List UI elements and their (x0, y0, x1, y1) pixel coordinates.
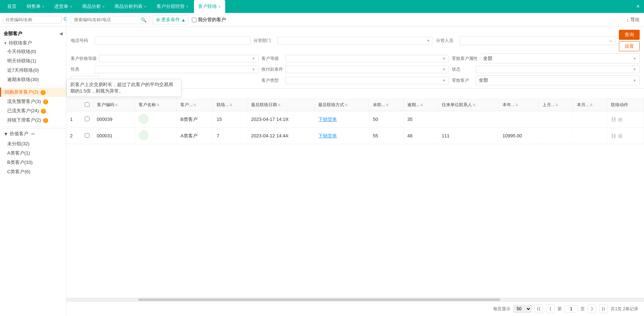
filter-more-button[interactable]: ⚙ 更多条件 ▲ (153, 15, 189, 24)
next-page-button[interactable]: ⟩ (588, 305, 596, 313)
sidebar-item-b-class[interactable]: B类客户(33) (0, 158, 66, 167)
filter-retail-attr-select[interactable]: 全部 ▼ (480, 53, 640, 63)
col-last-method[interactable]: 最后联络方式⇅ (315, 99, 369, 111)
filter-price-select[interactable]: ▼ (99, 55, 259, 62)
col-this-year[interactable]: 本年...⇅ (499, 99, 539, 111)
table-scroll[interactable]: 客户编码⇅ 客户名称⇅ 客户...⇅ 联络...⇅ 最后联络日期⇅ 最后联络方式… (66, 99, 644, 298)
row-name (135, 111, 176, 128)
row-last-method[interactable]: 下销货单 (315, 111, 369, 128)
last-page-button[interactable]: ⟩⟩ (599, 305, 608, 313)
col-no (66, 99, 81, 111)
row-check[interactable] (85, 117, 89, 121)
page-size-select[interactable]: 50 20 100 (513, 305, 532, 313)
col-code[interactable]: 客户编码⇅ (93, 99, 135, 111)
filter-payment-select[interactable]: ▼ (285, 66, 449, 73)
edit-icon[interactable]: ✏ (31, 131, 35, 137)
nav-tab-analysis-list[interactable]: 商品分析列表 × (110, 0, 150, 13)
col-last-date[interactable]: 最后联络日期⇅ (247, 99, 315, 111)
nav-tab-contact-label: 客户联络 (198, 3, 217, 10)
sidebar-item-a-class[interactable]: A类客户(1) (0, 148, 66, 158)
customers-table: 客户编码⇅ 客户名称⇅ 客户...⇅ 联络...⇅ 最后联络日期⇅ 最后联络方式… (66, 99, 644, 144)
close-all-button[interactable]: × (636, 3, 640, 10)
sidebar-item-ungrouped[interactable]: 未分组(32) (0, 139, 66, 148)
my-customers-check[interactable] (192, 18, 196, 22)
nav-tab-purchase-close[interactable]: × (70, 4, 72, 9)
sidebar-item-overdue[interactable]: 逾期未联络(30) (0, 75, 66, 84)
row-last-date: 2023-04-12 14:44: (247, 128, 315, 144)
page-label: 第 (557, 306, 562, 312)
filter-search-input[interactable] (74, 17, 139, 22)
nav-tab-analysis[interactable]: 商品分析 × (78, 0, 109, 13)
warning-icon-lost: ! (41, 109, 46, 114)
row-checkbox[interactable] (81, 128, 93, 144)
sidebar-item-declining[interactable]: 持续下滑客户(2) ! (0, 115, 66, 125)
page-number-input[interactable] (565, 305, 578, 312)
sidebar-divider2 (0, 126, 66, 127)
col-overdue[interactable]: 逾期...⇅ (403, 99, 438, 111)
row-last-month (538, 111, 573, 128)
sidebar-item-today[interactable]: 今天待联络(0) (0, 47, 66, 56)
filter-payment-label: 收付款条件 (261, 66, 283, 72)
sidebar-item-7days[interactable]: 近7天待联络(0) (0, 66, 66, 75)
nav-tab-analysis-label: 商品分析 (82, 3, 101, 10)
nav-tab-contact-close[interactable]: × (218, 4, 221, 9)
nav-tab-crm-close[interactable]: × (186, 4, 188, 9)
query-button[interactable]: 查询 (619, 30, 640, 40)
nav-tab-crm[interactable]: 客户分层经营 × (152, 0, 193, 13)
select-all-checkbox[interactable] (85, 102, 89, 107)
row-no: 2 (66, 128, 81, 144)
last-method-link[interactable]: 下销货单 (318, 133, 337, 138)
link-icon[interactable]: ⛓ (611, 133, 616, 139)
filter-cust-select[interactable]: ▼ (285, 55, 449, 62)
row-checkbox[interactable] (81, 111, 93, 128)
first-page-button[interactable]: ⟨⟨ (534, 305, 543, 313)
sidebar-search-input[interactable] (3, 16, 62, 24)
nav-tab-home[interactable]: 首页 (3, 0, 21, 13)
sidebar-item-c-class[interactable]: C类客户(6) (0, 167, 66, 176)
grid-icon[interactable]: ⊞ (618, 133, 622, 139)
sidebar-item-lost[interactable]: 已流失客户(24) ! (0, 106, 66, 115)
filter-search-icon[interactable]: 🔍 (141, 17, 147, 23)
filter-cust-type-select[interactable]: ▼ (285, 77, 449, 84)
nav-tab-contact[interactable]: 客户联络 × (194, 0, 225, 13)
row-contacts (438, 111, 499, 128)
col-this-month[interactable]: 本月...⇅ (573, 99, 607, 111)
col-contact-count[interactable]: 联络...⇅ (213, 99, 247, 111)
nav-tab-sales[interactable]: 销售单 × (22, 0, 48, 13)
col-uncontacted[interactable]: 未联...⇅ (369, 99, 404, 111)
nav-tab-analysis-close[interactable]: × (102, 4, 105, 9)
my-customers-checkbox[interactable]: 我分管的客户 (192, 16, 226, 23)
filter-retail-select[interactable]: 全部 ▼ (476, 75, 640, 85)
sidebar-item-abnormal[interactable]: 回购异常客户(2) ! (0, 88, 66, 97)
row-type: A类客户 (177, 128, 213, 144)
sidebar-item-tomorrow[interactable]: 明天待联络(1) (0, 56, 66, 66)
col-contacts[interactable]: 往来单位联系人⇅ (438, 99, 499, 111)
nav-tab-analysis-list-close[interactable]: × (144, 4, 146, 9)
filter-retail-label: 零散客户 (452, 77, 473, 84)
col-name[interactable]: 客户名称⇅ (135, 99, 176, 111)
scrollbar-thumb[interactable] (138, 298, 500, 301)
grid-icon[interactable]: ⊞ (618, 117, 622, 122)
all-customers-title[interactable]: 全部客户 ◀ (0, 29, 66, 38)
sidebar-group-pending[interactable]: ▼ 待联络客户 (0, 38, 66, 47)
col-last-month[interactable]: 上月...⇅ (538, 99, 573, 111)
nav-tab-purchase[interactable]: 进货单 × (50, 0, 76, 13)
sidebar-value-customers[interactable]: ▼ 价值客户 ✏ (0, 128, 66, 139)
page-suffix: 页 (580, 306, 585, 312)
col-type[interactable]: 客户...⇅ (177, 99, 213, 111)
row-last-method[interactable]: 下销货单 (315, 128, 369, 144)
row-check[interactable] (85, 133, 89, 138)
last-method-link[interactable]: 下销货单 (318, 117, 337, 122)
settings-button[interactable]: 设置 (619, 41, 640, 51)
export-button[interactable]: ↓ 导出 (627, 16, 640, 23)
filter-status-select[interactable]: ▼ (476, 66, 640, 73)
filter-nature-select[interactable]: ▼ (94, 66, 259, 73)
prev-page-button[interactable]: ⟨ (546, 305, 555, 313)
link-icon[interactable]: ⛓ (611, 117, 616, 122)
nav-tab-sales-close[interactable]: × (42, 4, 44, 9)
horizontal-scrollbar[interactable] (66, 298, 644, 301)
filter-person-select[interactable]: ··· (460, 36, 616, 45)
filter-phone-input[interactable] (94, 36, 251, 45)
sidebar-item-warning[interactable]: 流失预警客户(3) ! (0, 97, 66, 106)
filter-dept-select[interactable]: ▼ (277, 37, 434, 44)
